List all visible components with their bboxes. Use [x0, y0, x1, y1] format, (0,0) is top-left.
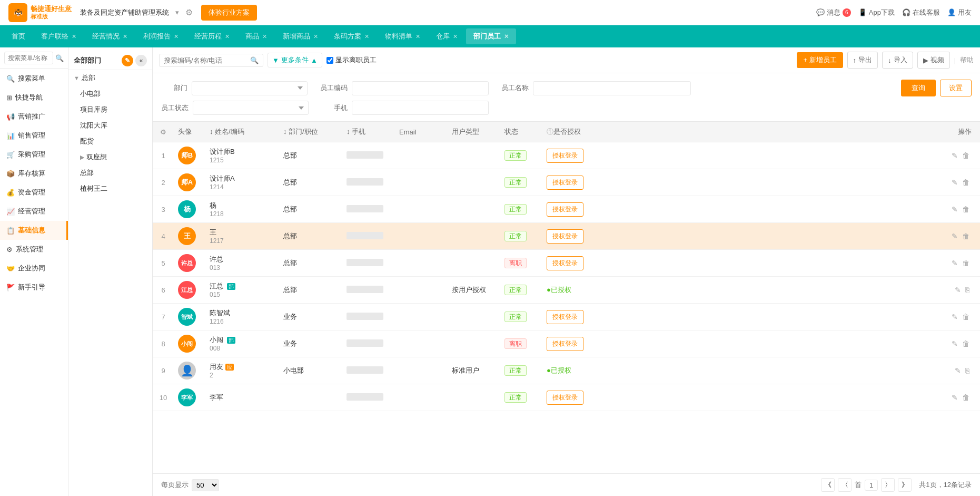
resigned-checkbox[interactable]: [326, 57, 333, 64]
close-icon[interactable]: ✕: [262, 33, 267, 40]
per-page-select[interactable]: 50 20 100: [192, 479, 219, 491]
sidebar-item-inventory[interactable]: 📦 库存核算: [0, 164, 68, 183]
sidebar-item-system[interactable]: ⚙ 系统管理: [0, 240, 68, 259]
export-btn[interactable]: ↑ 导出: [847, 52, 878, 69]
sidebar-item-marketing[interactable]: 📢 营销推广: [0, 107, 68, 126]
user-btn[interactable]: 👤 用友: [947, 8, 972, 17]
edit-btn[interactable]: ✎: [952, 151, 958, 160]
auth-btn[interactable]: 授权登录: [547, 149, 583, 163]
import-btn[interactable]: ↓ 导入: [882, 52, 913, 69]
page-number[interactable]: 1: [865, 480, 878, 491]
tab-home[interactable]: 首页: [4, 28, 33, 44]
dept-node-xiaodianbu[interactable]: 小电部: [68, 86, 152, 102]
close-icon[interactable]: ✕: [174, 33, 179, 40]
sidebar-item-collab[interactable]: 🤝 企业协同: [0, 259, 68, 278]
edit-btn[interactable]: ✎: [955, 366, 961, 375]
auth-btn[interactable]: 授权登录: [547, 256, 583, 270]
auth-btn[interactable]: 授权登录: [547, 229, 583, 244]
sidebar-item-guide[interactable]: 🚩 新手引导: [0, 278, 68, 297]
sidebar-item-sales[interactable]: 📊 销售管理: [0, 126, 68, 145]
set-btn[interactable]: 设置: [940, 80, 972, 96]
view-btn[interactable]: ▶ 视频: [917, 52, 950, 69]
sidebar-search-input[interactable]: [4, 52, 53, 64]
tab-profit[interactable]: 利润报告 ✕: [136, 28, 186, 44]
delete-btn[interactable]: 🗑: [962, 232, 969, 240]
close-icon[interactable]: ✕: [313, 33, 318, 40]
tab-bom[interactable]: 物料清单 ✕: [378, 28, 428, 44]
edit-btn[interactable]: ✎: [952, 339, 958, 348]
tab-operation[interactable]: 经营情况 ✕: [85, 28, 135, 44]
tab-dept-staff[interactable]: 部门员工 ✕: [466, 28, 516, 44]
delete-btn[interactable]: 🗑: [962, 339, 969, 348]
edit-btn[interactable]: ✎: [952, 232, 958, 240]
dept-node-zhishu[interactable]: 植树王二: [68, 181, 152, 197]
search-input[interactable]: [164, 56, 248, 64]
add-employee-btn[interactable]: + 新增员工: [797, 52, 843, 68]
app-download-btn[interactable]: 📱 App下载: [858, 8, 895, 17]
delete-btn[interactable]: 🗑: [962, 178, 969, 187]
tab-new-goods[interactable]: 新增商品 ✕: [275, 28, 325, 44]
tab-warehouse[interactable]: 仓库 ✕: [429, 28, 465, 44]
delete-btn[interactable]: 🗑: [962, 393, 969, 402]
sidebar-item-ops[interactable]: 📈 经营管理: [0, 202, 68, 221]
dept-node-shuangzuoxiang[interactable]: ▶双座想: [68, 149, 152, 165]
settings-col-icon[interactable]: ⚙: [160, 128, 166, 136]
emp-status-select[interactable]: [193, 101, 309, 115]
sidebar-item-purchase[interactable]: 🛒 采购管理: [0, 145, 68, 164]
edit-btn[interactable]: ✎: [952, 313, 958, 321]
delete-btn[interactable]: 🗑: [962, 205, 969, 213]
auth-btn[interactable]: 授权登录: [547, 391, 583, 405]
close-icon[interactable]: ✕: [504, 33, 509, 40]
tab-process[interactable]: 经营历程 ✕: [187, 28, 237, 44]
delete-btn[interactable]: 🗑: [962, 313, 969, 321]
dept-select[interactable]: [192, 81, 308, 95]
dropdown-icon[interactable]: ▾: [175, 8, 179, 16]
dept-edit-btn[interactable]: ✎: [122, 55, 133, 66]
prev-page-btn[interactable]: 〈: [838, 478, 852, 492]
filter-btn[interactable]: ▼ 更多条件 ▲: [268, 53, 322, 67]
search-btn[interactable]: 查询: [901, 80, 936, 96]
sidebar-item-search[interactable]: 🔍 搜索菜单: [0, 69, 68, 88]
close-icon[interactable]: ✕: [415, 33, 420, 40]
next-page-btn[interactable]: 〉: [881, 478, 895, 492]
edit-btn[interactable]: ✎: [955, 286, 961, 294]
delete-btn[interactable]: 🗑: [962, 259, 969, 267]
sort-icon[interactable]: ↕: [347, 128, 350, 135]
close-icon[interactable]: ✕: [225, 33, 230, 40]
edit-btn[interactable]: ✎: [952, 205, 958, 213]
auth-btn[interactable]: 授权登录: [547, 176, 583, 190]
dept-node-peihuo[interactable]: 配货: [68, 133, 152, 149]
sidebar-item-basic[interactable]: 📋 基础信息: [0, 221, 68, 240]
copy-btn[interactable]: ⎘: [965, 286, 969, 294]
sidebar-item-finance[interactable]: 💰 资金管理: [0, 183, 68, 202]
edit-btn[interactable]: ✎: [952, 393, 958, 402]
sort-icon[interactable]: ↕: [210, 128, 213, 135]
delete-btn[interactable]: 🗑: [962, 151, 969, 160]
close-icon[interactable]: ✕: [364, 33, 369, 40]
sort-icon[interactable]: ↕: [283, 128, 287, 135]
dept-node-zongbu-root[interactable]: ▼总部: [68, 70, 152, 86]
show-resigned-check[interactable]: 显示离职员工: [326, 55, 377, 65]
sidebar-item-nav[interactable]: ⊞ 快捷导航: [0, 88, 68, 107]
close-icon[interactable]: ✕: [123, 33, 127, 40]
dept-node-zongbu-sub[interactable]: 总部: [68, 165, 152, 181]
tab-customer[interactable]: 客户联络 ✕: [34, 28, 84, 44]
edit-btn[interactable]: ✎: [952, 178, 958, 187]
message-btn[interactable]: 💬 消息 6: [816, 8, 851, 17]
first-page-btn[interactable]: 《: [821, 478, 835, 492]
tab-goods[interactable]: 商品 ✕: [238, 28, 274, 44]
copy-btn[interactable]: ⎘: [965, 366, 969, 375]
dept-node-shenyang[interactable]: 沈阳大库: [68, 118, 152, 133]
edit-btn[interactable]: ✎: [952, 259, 958, 267]
settings-icon[interactable]: ⚙: [185, 7, 193, 17]
close-icon[interactable]: ✕: [72, 33, 76, 40]
dept-node-xiangmu[interactable]: 项目库房: [68, 102, 152, 118]
auth-btn[interactable]: 授权登录: [547, 337, 583, 351]
close-icon[interactable]: ✕: [453, 33, 458, 40]
dept-collapse-btn[interactable]: «: [135, 55, 147, 66]
help-label[interactable]: 帮助: [960, 55, 974, 65]
phone-input[interactable]: [352, 101, 489, 115]
experience-btn[interactable]: 体验行业方案: [201, 5, 257, 21]
online-service-btn[interactable]: 🎧 在线客服: [902, 8, 940, 17]
last-page-btn[interactable]: 》: [898, 478, 912, 492]
